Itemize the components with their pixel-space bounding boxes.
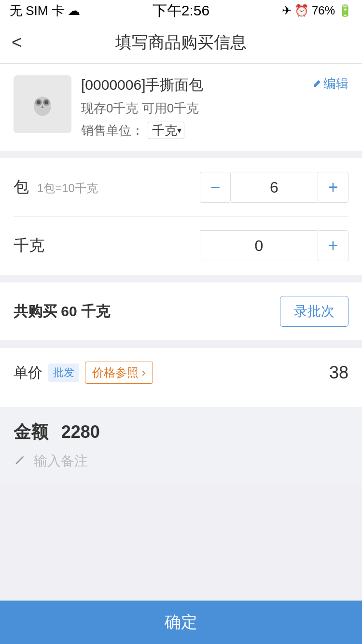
- svg-point-4: [44, 100, 48, 104]
- batch-button[interactable]: 录批次: [280, 296, 348, 327]
- note-row[interactable]: 输入备注: [14, 452, 348, 470]
- note-placeholder[interactable]: 输入备注: [34, 452, 88, 470]
- battery-label: 76%: [312, 4, 335, 17]
- location-icon: ✈: [282, 4, 292, 17]
- total-suffix: 千克: [81, 303, 110, 319]
- edit-button[interactable]: 编辑: [312, 75, 348, 92]
- decrease-bao-button[interactable]: −: [200, 172, 231, 203]
- increase-kg-button[interactable]: +: [318, 230, 348, 261]
- price-section: 单价 批发 价格参照 › 38: [0, 348, 362, 407]
- qty-label-kg: 千克: [14, 235, 200, 256]
- amount-value: 2280: [61, 422, 100, 442]
- qty-controls-kg: +: [200, 230, 348, 261]
- quantity-section: 包 1包=10千克 − + 千克 +: [0, 158, 362, 275]
- edit-icon: [312, 79, 321, 89]
- owl-logo-icon: [28, 90, 57, 119]
- price-value: 38: [329, 363, 348, 383]
- qty-input-kg[interactable]: [200, 230, 318, 261]
- product-card: [0000006]手撕面包 编辑 现存0千克 可用0千克 销售单位： 千克: [0, 64, 362, 151]
- price-tag-batch: 批发: [48, 364, 79, 382]
- qty-label-bao: 包 1包=10千克: [14, 177, 200, 198]
- price-label: 单价 批发 价格参照 ›: [14, 362, 153, 384]
- unit-select-wrapper[interactable]: 千克: [144, 122, 184, 139]
- unit-select[interactable]: 千克: [148, 122, 184, 139]
- price-row: 单价 批发 价格参照 › 38: [14, 362, 348, 384]
- product-info: [0000006]手撕面包 编辑 现存0千克 可用0千克 销售单位： 千克: [81, 75, 348, 139]
- price-label-text: 单价: [14, 363, 42, 383]
- unit-label: 销售单位：: [81, 122, 144, 139]
- product-unit-row: 销售单位： 千克: [81, 122, 348, 139]
- amount-label: 金额 2280: [14, 420, 348, 444]
- qty-sublabel-bao: 1包=10千克: [37, 182, 98, 195]
- product-stock: 现存0千克 可用0千克: [81, 100, 348, 117]
- page-title: 填写商品购买信息: [115, 31, 247, 54]
- total-section: 共购买 60 千克 录批次: [0, 282, 362, 340]
- no-sim-label: 无 SIM 卡 ☁: [10, 2, 80, 19]
- increase-bao-button[interactable]: +: [318, 172, 348, 203]
- total-amount: 60: [61, 303, 77, 319]
- confirm-button[interactable]: 确定: [0, 601, 362, 644]
- back-button[interactable]: <: [12, 32, 22, 53]
- total-prefix: 共购买: [14, 303, 57, 319]
- qty-controls-bao: − +: [200, 172, 348, 203]
- qty-input-bao[interactable]: [231, 172, 318, 203]
- price-ref-button[interactable]: 价格参照 ›: [85, 362, 153, 384]
- bottom-spacer: [0, 484, 362, 527]
- status-bar-time: 下午2:56: [153, 1, 209, 21]
- status-bar-left: 无 SIM 卡 ☁: [10, 2, 80, 19]
- quantity-row-kg: 千克 +: [14, 217, 348, 275]
- quantity-row-bao: 包 1包=10千克 − +: [14, 158, 348, 217]
- amount-section: 金额 2280 输入备注: [0, 407, 362, 484]
- nav-bar: < 填写商品购买信息: [0, 21, 362, 64]
- note-pencil-icon: [14, 454, 28, 468]
- product-name: [0000006]手撕面包: [81, 75, 203, 95]
- alarm-icon: ⏰: [294, 4, 309, 17]
- total-text: 共购买 60 千克: [14, 302, 110, 322]
- svg-point-3: [37, 100, 41, 104]
- product-image: [14, 75, 71, 133]
- battery-icon: 🔋: [338, 4, 352, 17]
- status-bar-right: ✈ ⏰ 76% 🔋: [282, 4, 352, 17]
- status-bar: 无 SIM 卡 ☁ 下午2:56 ✈ ⏰ 76% 🔋: [0, 0, 362, 21]
- amount-label-text: 金额: [14, 422, 48, 442]
